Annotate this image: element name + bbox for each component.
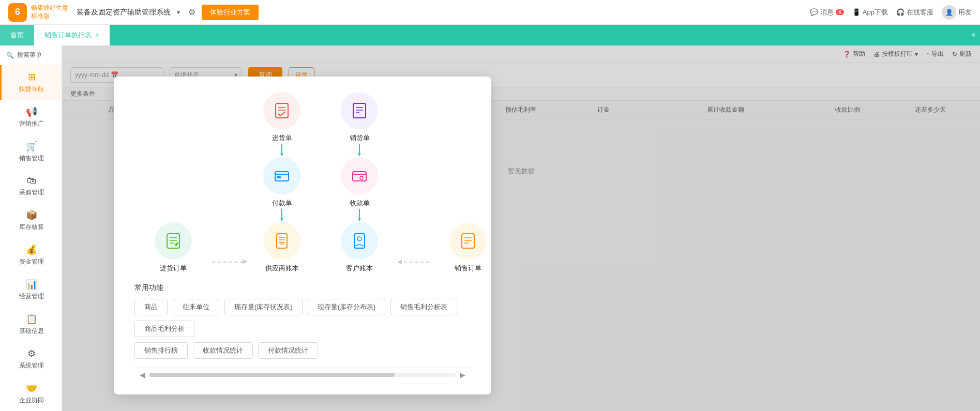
sidebar-item-basic-info[interactable]: 📋 基础信息 bbox=[0, 307, 62, 342]
scroll-track[interactable] bbox=[149, 373, 456, 377]
sidebar-item-system[interactable]: ⚙ 系统管理 bbox=[0, 342, 62, 376]
btn-payment-stats[interactable]: 付款情况统计 bbox=[258, 342, 318, 359]
dropdown-arrow[interactable]: ▾ bbox=[177, 9, 180, 16]
sidebar: 🔍 搜索菜单 ⊞ 快捷导航 📢 营销推广 🛒 销售管理 🛍 采购管理 📦 bbox=[0, 45, 62, 411]
scroll-thumb[interactable] bbox=[149, 373, 395, 377]
common-section: 常用功能 商品 往来单位 现存量(库存状况表) 现存量(库存分布表) 销售毛利分… bbox=[134, 283, 471, 359]
receipt-item[interactable]: 收款单 bbox=[321, 157, 398, 208]
logo-area: 6 畅康通好生意 标准版 bbox=[8, 3, 70, 22]
receipt-label: 收款单 bbox=[350, 199, 370, 208]
svg-rect-0 bbox=[167, 234, 179, 248]
finance-icon: 💰 bbox=[26, 244, 37, 255]
user-name: 用友 bbox=[958, 8, 972, 17]
gear-icon[interactable]: ⚙ bbox=[188, 7, 195, 17]
tab-active[interactable]: 销售订单执行表 × bbox=[34, 25, 110, 45]
customer-ledger-icon bbox=[341, 222, 378, 260]
sidebar-item-finance[interactable]: 💰 资金管理 bbox=[0, 238, 62, 272]
app-download-action[interactable]: 📱 App下载 bbox=[852, 8, 888, 17]
purchase-receipt-item[interactable]: 进货单 bbox=[243, 92, 321, 143]
svg-rect-7 bbox=[275, 172, 289, 181]
basic-info-icon: 📋 bbox=[26, 313, 37, 325]
inventory-label: 库存核算 bbox=[19, 223, 44, 232]
quick-nav-modal: 进货订单 进货单 bbox=[114, 77, 491, 394]
payment-item[interactable]: 付款单 bbox=[243, 157, 321, 208]
service-icon: 🎧 bbox=[896, 8, 904, 16]
btn-receipt-stats[interactable]: 收款情况统计 bbox=[193, 342, 253, 359]
sales-order-label: 销售订单 bbox=[455, 264, 481, 273]
sales-icon: 🛒 bbox=[26, 141, 37, 152]
top-header: 6 畅康通好生意 标准版 装备及固定资产辅助管理系统 ▾ ⚙ 体验行业方案 💬 … bbox=[0, 0, 980, 25]
btn-stock-status[interactable]: 现存量(库存状况表) bbox=[224, 299, 303, 315]
message-label: 消息 bbox=[820, 8, 834, 17]
online-service-action[interactable]: 🎧 在线客服 bbox=[896, 8, 933, 17]
sidebar-item-inventory[interactable]: 📦 库存核算 bbox=[0, 203, 62, 238]
content-area: ❓ 帮助 🖨 按模板打印 ▾ ↑ 导出 ↻ 刷新 yyyy-mm-dd 📅 bbox=[62, 45, 980, 411]
sales-invoice-icon bbox=[341, 92, 378, 129]
quick-nav-label: 快捷导航 bbox=[19, 85, 44, 94]
svg-rect-23 bbox=[462, 234, 474, 248]
tab-active-label: 销售订单执行表 bbox=[44, 31, 92, 40]
btn-stock-dist[interactable]: 现存量(库存分布表) bbox=[308, 299, 386, 315]
svg-point-20 bbox=[360, 176, 363, 179]
customer-ledger-item[interactable]: 客户账本 bbox=[321, 222, 398, 273]
operations-icon: 📊 bbox=[26, 279, 37, 290]
btn-sales-rank[interactable]: 销售排行榜 bbox=[134, 342, 188, 359]
purchase-icon: 🛍 bbox=[27, 175, 36, 186]
purchase-order-col: 进货订单 bbox=[134, 222, 212, 273]
enterprise-icon: 🤝 bbox=[26, 383, 37, 394]
common-title: 常用功能 bbox=[134, 283, 471, 293]
btn-goods-gross[interactable]: 商品毛利分析 bbox=[134, 321, 194, 337]
purchase-receipt-col: 进货单 ▼ 付款单 bbox=[243, 92, 321, 273]
sales-order-col: 销售订单 bbox=[429, 222, 507, 273]
purchase-label: 采购管理 bbox=[19, 188, 44, 197]
finance-label: 资金管理 bbox=[19, 257, 44, 266]
arrow-h-1 bbox=[212, 262, 243, 273]
btn-sales-gross[interactable]: 销售毛利分析表 bbox=[390, 299, 457, 315]
sales-order-item[interactable]: 销售订单 bbox=[429, 222, 507, 273]
common-buttons-row2: 销售排行榜 收款情况统计 付款情况统计 bbox=[134, 342, 471, 359]
tab-close-icon[interactable]: × bbox=[96, 32, 99, 39]
user-action[interactable]: 👤 用友 bbox=[942, 5, 972, 20]
logo-text: 畅康通好生意 标准版 bbox=[31, 4, 68, 20]
sidebar-item-operations[interactable]: 📊 经营管理 bbox=[0, 272, 62, 307]
purchase-order-item[interactable]: 进货订单 bbox=[134, 222, 212, 273]
sales-invoice-label: 销货单 bbox=[350, 133, 370, 143]
sidebar-item-purchase[interactable]: 🛍 采购管理 bbox=[0, 169, 62, 203]
sidebar-item-quick-nav[interactable]: ⊞ 快捷导航 bbox=[0, 65, 62, 100]
payment-icon bbox=[263, 157, 300, 194]
search-menu-label: 搜索菜单 bbox=[17, 51, 42, 59]
inventory-icon: 📦 bbox=[26, 209, 37, 221]
search-menu[interactable]: 🔍 搜索菜单 bbox=[0, 45, 62, 65]
sidebar-item-marketing[interactable]: 📢 营销推广 bbox=[0, 100, 62, 134]
payment-label: 付款单 bbox=[272, 199, 292, 208]
online-service-label: 在线客服 bbox=[907, 8, 933, 17]
marketing-icon: 📢 bbox=[26, 106, 37, 117]
download-icon: 📱 bbox=[852, 8, 861, 16]
avatar: 👤 bbox=[942, 5, 956, 20]
tab-bar: 首页 销售订单执行表 × × bbox=[0, 25, 980, 45]
tab-bar-close-icon[interactable]: × bbox=[971, 31, 976, 40]
trial-button[interactable]: 体验行业方案 bbox=[202, 5, 259, 20]
sidebar-item-enterprise[interactable]: 🤝 企业协同 bbox=[0, 376, 62, 411]
btn-partners[interactable]: 往来单位 bbox=[173, 299, 219, 315]
sidebar-item-sales[interactable]: 🛒 销售管理 bbox=[0, 134, 62, 169]
logo-icon: 6 bbox=[8, 3, 27, 22]
message-icon: 💬 bbox=[810, 8, 818, 16]
main-layout: 🔍 搜索菜单 ⊞ 快捷导航 📢 营销推广 🛒 销售管理 🛍 采购管理 📦 bbox=[0, 45, 980, 411]
arrow-h-2: ◀ bbox=[398, 262, 429, 273]
message-action[interactable]: 💬 消息 6 bbox=[810, 8, 844, 17]
supplier-ledger-item[interactable]: 供应商账本 bbox=[243, 222, 321, 273]
app-download-label: App下载 bbox=[863, 8, 888, 17]
tab-home[interactable]: 首页 bbox=[0, 25, 34, 45]
scroll-left-arrow[interactable]: ◀ bbox=[140, 371, 145, 379]
sidebar-nav: ⊞ 快捷导航 📢 营销推广 🛒 销售管理 🛍 采购管理 📦 库存核算 💰 bbox=[0, 65, 62, 411]
enterprise-label: 企业协同 bbox=[19, 396, 44, 405]
sales-invoice-item[interactable]: 销货单 bbox=[321, 92, 398, 143]
header-right: 💬 消息 6 📱 App下载 🎧 在线客服 👤 用友 bbox=[810, 5, 972, 20]
svg-point-22 bbox=[357, 237, 361, 241]
svg-rect-4 bbox=[276, 103, 288, 118]
btn-goods[interactable]: 商品 bbox=[134, 299, 168, 315]
scroll-right-arrow[interactable]: ▶ bbox=[460, 371, 465, 379]
system-label: 系统管理 bbox=[19, 361, 44, 370]
sales-label: 销售管理 bbox=[19, 154, 44, 163]
